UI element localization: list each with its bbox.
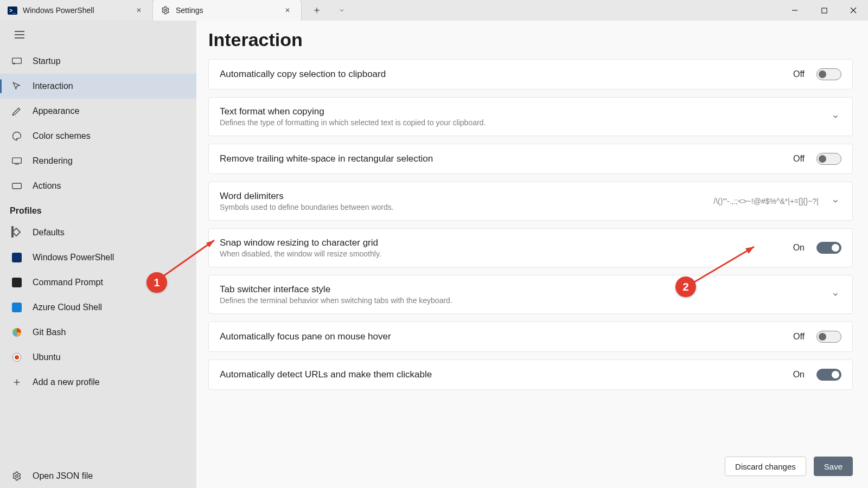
sidebar-item-appearance[interactable]: Appearance (0, 99, 196, 124)
tab-settings[interactable]: Settings ✕ (153, 0, 302, 21)
sidebar-item-actions[interactable]: Actions (0, 174, 196, 198)
button-label: Save (824, 462, 843, 471)
sidebar-open-json[interactable]: Open JSON file (0, 463, 196, 488)
setting-title: Automatically detect URLs and make them … (220, 369, 786, 380)
sidebar-item-label: Rendering (33, 156, 73, 166)
interaction-icon (11, 80, 23, 92)
setting-desc: Defines the type of formatting in which … (220, 118, 822, 127)
svg-rect-14 (12, 183, 22, 189)
plus-icon (11, 376, 23, 388)
azure-icon (11, 301, 23, 313)
sidebar-item-label: Color schemes (33, 131, 91, 141)
toggle[interactable] (816, 242, 841, 254)
setting-text-format[interactable]: Text format when copying Defines the typ… (208, 97, 853, 136)
setting-focus-hover[interactable]: Automatically focus pane on mouse hover … (208, 322, 853, 352)
setting-title: Snap window resizing to character grid (220, 237, 786, 248)
toggle-state: Off (793, 69, 805, 79)
sidebar-item-startup[interactable]: Startup (0, 49, 196, 74)
sidebar-item-label: Add a new profile (33, 377, 100, 387)
discard-button[interactable]: Discard changes (725, 457, 806, 476)
svg-point-11 (14, 63, 15, 64)
close-icon[interactable]: ✕ (282, 4, 293, 16)
hamburger-button[interactable] (9, 24, 30, 46)
setting-title: Text format when copying (220, 106, 822, 117)
sidebar-profile-gitbash[interactable]: Git Bash (0, 320, 196, 345)
setting-title: Automatically copy selection to clipboar… (220, 69, 786, 80)
setting-value: /\()"'-.,:;<>~!@#$%^&*|+=[]{}~?| (713, 197, 819, 206)
actions-icon (11, 180, 23, 192)
svg-point-19 (16, 474, 18, 477)
setting-title: Word delimiters (220, 191, 706, 202)
sidebar-item-label: Actions (33, 181, 61, 191)
gear-icon (11, 470, 23, 482)
rendering-icon (11, 155, 23, 167)
setting-desc: Symbols used to define boundaries betwee… (220, 203, 706, 211)
minimize-button[interactable] (780, 0, 809, 21)
sidebar: Startup Interaction Appearance Color sch… (0, 21, 196, 488)
setting-title: Remove trailing white-space in rectangul… (220, 153, 786, 164)
toggle[interactable] (816, 331, 841, 343)
svg-rect-12 (12, 158, 22, 163)
tab-label: Settings (176, 6, 276, 15)
toggle-state: On (793, 243, 805, 253)
sidebar-add-profile[interactable]: Add a new profile (0, 370, 196, 395)
setting-copy-selection[interactable]: Automatically copy selection to clipboar… (208, 59, 853, 89)
appearance-icon (11, 105, 23, 117)
titlebar: >_ Windows PowerShell ✕ Settings ✕ (0, 0, 868, 21)
sidebar-profile-ubuntu[interactable]: Ubuntu (0, 345, 196, 370)
tab-dropdown-button[interactable] (331, 0, 353, 21)
sidebar-item-label: Interaction (33, 81, 73, 91)
setting-snap-resize[interactable]: Snap window resizing to character grid W… (208, 228, 853, 267)
sidebar-item-label: Ubuntu (33, 352, 61, 362)
sidebar-item-color-schemes[interactable]: Color schemes (0, 124, 196, 149)
window-controls (780, 0, 868, 21)
toggle[interactable] (816, 369, 841, 381)
gear-icon (161, 5, 170, 15)
powershell-icon: >_ (8, 5, 17, 15)
sidebar-profile-azure[interactable]: Azure Cloud Shell (0, 295, 196, 320)
sidebar-item-label: Open JSON file (33, 471, 93, 481)
setting-desc: Defines the terminal behavior when switc… (220, 296, 822, 305)
sidebar-profile-cmd[interactable]: Command Prompt (0, 270, 196, 295)
defaults-icon (11, 227, 23, 239)
footer-actions: Discard changes Save (725, 457, 853, 476)
setting-word-delimiters[interactable]: Word delimiters Symbols used to define b… (208, 182, 853, 221)
sidebar-item-label: Defaults (33, 228, 65, 237)
sidebar-item-label: Git Bash (33, 328, 66, 337)
toggle-state: Off (793, 332, 805, 342)
sidebar-item-rendering[interactable]: Rendering (0, 149, 196, 174)
toggle-state: On (793, 370, 805, 380)
setting-desc: When disabled, the window will resize sm… (220, 249, 786, 258)
toggle[interactable] (816, 153, 841, 165)
sidebar-profile-powershell[interactable]: Windows PowerShell (0, 245, 196, 270)
svg-rect-4 (821, 8, 826, 12)
sidebar-item-interaction[interactable]: Interaction (0, 74, 196, 99)
setting-remove-whitespace[interactable]: Remove trailing white-space in rectangul… (208, 144, 853, 174)
chevron-down-icon[interactable] (829, 111, 841, 123)
setting-tab-switcher[interactable]: Tab switcher interface style Defines the… (208, 275, 853, 314)
setting-title: Automatically focus pane on mouse hover (220, 331, 786, 342)
chevron-down-icon[interactable] (829, 288, 841, 300)
setting-title: Tab switcher interface style (220, 284, 822, 295)
titlebar-actions (302, 0, 780, 21)
toggle-state: Off (793, 154, 805, 164)
sidebar-item-label: Command Prompt (33, 278, 103, 287)
powershell-icon (11, 252, 23, 264)
maximize-button[interactable] (809, 0, 839, 21)
close-window-button[interactable] (839, 0, 868, 21)
chevron-down-icon[interactable] (829, 195, 841, 207)
tab-powershell[interactable]: >_ Windows PowerShell ✕ (0, 0, 153, 21)
svg-rect-10 (12, 58, 22, 63)
sidebar-item-label: Azure Cloud Shell (33, 303, 102, 312)
color-schemes-icon (11, 130, 23, 142)
close-icon[interactable]: ✕ (133, 4, 145, 16)
startup-icon (11, 55, 23, 67)
new-tab-button[interactable] (306, 0, 328, 21)
svg-point-0 (164, 9, 167, 11)
sidebar-item-label: Windows PowerShell (33, 253, 114, 262)
setting-detect-urls[interactable]: Automatically detect URLs and make them … (208, 359, 853, 390)
save-button[interactable]: Save (814, 457, 853, 476)
toggle[interactable] (816, 68, 841, 80)
main-content: Interaction Automatically copy selection… (196, 21, 868, 488)
sidebar-profile-defaults[interactable]: Defaults (0, 220, 196, 245)
